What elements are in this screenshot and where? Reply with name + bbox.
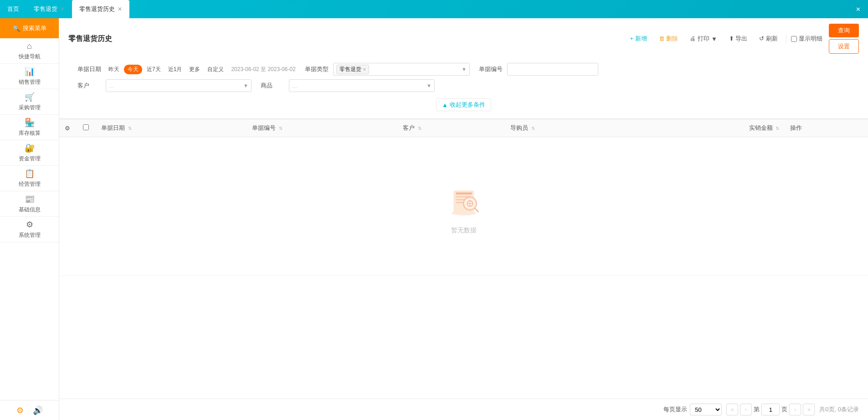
collapse-row: ▲ 收起更多条件 <box>77 96 850 114</box>
empty-state: 暂无数据 <box>65 142 863 271</box>
doc-type-select[interactable]: 零售退货 × ▼ <box>333 63 470 76</box>
data-table: ⚙ 单据日期 ⇅ 单据编号 ⇅ <box>59 119 868 276</box>
collapse-up-icon: ▲ <box>442 102 448 108</box>
sidebar-item-sales-mgmt[interactable]: 📊 销售管理 <box>0 64 59 89</box>
toolbar-divider <box>786 34 786 43</box>
layout: 🔍 搜索菜单 ⌂ 快捷导航 📊 销售管理 🛒 采购管理 🏪 库存核算 🔐 资金管… <box>0 18 868 420</box>
select-all-checkbox[interactable] <box>83 124 89 130</box>
settings-col-icon[interactable]: ⚙ <box>65 125 70 132</box>
doc-type-chevron-icon: ▼ <box>462 67 467 72</box>
col-doc-date-label: 单据日期 <box>101 124 125 131</box>
col-doc-date-sort-icon[interactable]: ⇅ <box>128 126 132 131</box>
sidebar-item-purchase-mgmt[interactable]: 🛒 采购管理 <box>0 89 59 115</box>
doc-no-input[interactable] <box>507 63 598 76</box>
col-doc-no-label: 单据编号 <box>252 124 276 131</box>
sidebar-item-system-mgmt[interactable]: ⚙ 系统管理 <box>0 217 59 242</box>
refresh-button[interactable]: ↺ 刷新 <box>755 33 781 45</box>
date-options: 昨天 今天 近7天 近1月 更多 自定义 <box>106 65 226 74</box>
first-page-button[interactable]: « <box>726 404 738 415</box>
date-btn-yesterday[interactable]: 昨天 <box>106 65 122 74</box>
show-detail-checkbox[interactable] <box>791 36 797 42</box>
col-doc-no-sort-icon[interactable]: ⇅ <box>279 126 282 131</box>
sidebar-item-label-basic-info: 基础信息 <box>19 206 41 214</box>
sidebar-item-finance-mgmt[interactable]: 🔐 资金管理 <box>0 140 59 166</box>
collapse-button[interactable]: ▲ 收起更多条件 <box>436 98 491 111</box>
filter-customer-label: 客户 <box>77 82 103 90</box>
sidebar-item-operations-mgmt[interactable]: 📋 经营管理 <box>0 166 59 191</box>
date-btn-1month[interactable]: 近1月 <box>165 65 185 74</box>
doc-type-remove[interactable]: × <box>363 67 366 72</box>
tab-retail-return-close[interactable]: ✕ <box>60 6 65 12</box>
show-detail-label: 显示明细 <box>799 35 822 43</box>
empty-state-row: 暂无数据 <box>59 137 868 276</box>
customer-chevron-icon: ▼ <box>243 83 248 88</box>
sidebar-item-label-quick-nav: 快捷导航 <box>19 53 41 61</box>
audio-bottom-icon[interactable]: 🔊 <box>33 405 43 415</box>
sidebar-item-basic-info[interactable]: 📰 基础信息 <box>0 191 59 217</box>
table-header-row: ⚙ 单据日期 ⇅ 单据编号 ⇅ <box>59 119 868 137</box>
empty-state-cell: 暂无数据 <box>59 137 868 276</box>
show-detail-checkbox-label[interactable]: 显示明细 <box>791 35 822 43</box>
sidebar-item-label-finance: 资金管理 <box>19 155 41 163</box>
sidebar-search[interactable]: 🔍 搜索菜单 <box>0 18 59 38</box>
settings-bottom-icon[interactable]: ⚙ <box>16 405 24 415</box>
goods-placeholder: ... <box>292 82 297 89</box>
sidebar-item-quick-nav[interactable]: ⌂ 快捷导航 <box>0 38 59 64</box>
query-label: 查询 <box>838 27 850 34</box>
print-label: 🖨 打印 <box>690 35 709 43</box>
col-doc-no: 单据编号 ⇅ <box>247 119 397 137</box>
basic-info-icon: 📰 <box>25 194 35 204</box>
col-customer-sort-icon[interactable]: ⇅ <box>418 126 421 131</box>
sidebar-item-label-inventory: 库存核算 <box>19 129 41 137</box>
tab-retail-return[interactable]: 零售退货 ✕ <box>26 0 72 18</box>
delete-label: 🗑 删除 <box>659 35 678 43</box>
per-page-select: 每页显示 50 10 20 100 <box>663 404 722 415</box>
filter-doc-no: 单据编号 <box>479 63 598 76</box>
goods-chevron-icon: ▼ <box>426 83 431 88</box>
collapse-label: 收起更多条件 <box>450 101 485 109</box>
query-button[interactable]: 查询 <box>829 24 859 37</box>
refresh-label: ↺ 刷新 <box>759 35 778 43</box>
date-btn-custom[interactable]: 自定义 <box>205 65 226 74</box>
setting-button[interactable]: 设置 <box>829 39 859 54</box>
sidebar-item-inventory[interactable]: 🏪 库存核算 <box>0 115 59 140</box>
prev-page-button[interactable]: ‹ <box>740 404 752 415</box>
per-page-dropdown[interactable]: 50 10 20 100 <box>690 404 722 415</box>
date-btn-today[interactable]: 今天 <box>124 65 142 74</box>
sidebar-item-label-sales: 销售管理 <box>19 78 41 86</box>
delete-button[interactable]: 🗑 删除 <box>655 33 682 45</box>
col-guide-sort-icon[interactable]: ⇅ <box>531 126 535 131</box>
tab-retail-return-history-close[interactable]: ✕ <box>118 6 122 12</box>
total-info: 共0页, 0条记录 <box>819 405 859 414</box>
col-amount-sort-icon[interactable]: ⇅ <box>776 126 779 131</box>
date-btn-more[interactable]: 更多 <box>186 65 203 74</box>
print-button[interactable]: 🖨 打印 ▼ <box>686 33 721 45</box>
per-page-label: 每页显示 <box>663 405 687 414</box>
sidebar: 🔍 搜索菜单 ⌂ 快捷导航 📊 销售管理 🛒 采购管理 🏪 库存核算 🔐 资金管… <box>0 18 59 420</box>
empty-illustration <box>443 178 484 219</box>
date-btn-7days[interactable]: 近7天 <box>144 65 164 74</box>
add-button[interactable]: + 新增 <box>626 33 650 45</box>
tab-home[interactable]: 首页 <box>0 0 26 18</box>
customer-select[interactable]: ... ▼ <box>106 79 252 92</box>
next-page-button[interactable]: › <box>789 404 801 415</box>
tab-retail-return-history[interactable]: 零售退货历史 ✕ <box>72 0 129 18</box>
date-range-display: 2023-06-02 至 2023-06-02 <box>231 66 295 73</box>
last-page-button[interactable]: » <box>803 404 815 415</box>
inventory-icon: 🏪 <box>25 118 35 128</box>
toolbar: + 新增 🗑 删除 🖨 打印 ▼ ⬆ 导出 ↺ 刷新 <box>626 24 859 54</box>
goods-select[interactable]: ... ▼ <box>289 79 435 92</box>
doc-type-value: 零售退货 <box>339 66 361 73</box>
top-bar-close[interactable]: ✕ <box>856 6 868 13</box>
table-container: ⚙ 单据日期 ⇅ 单据编号 ⇅ <box>59 119 868 399</box>
page-input[interactable] <box>761 404 780 415</box>
filter-customer: 客户 ... ▼ <box>77 79 252 92</box>
sidebar-item-label-system: 系统管理 <box>19 231 41 239</box>
sidebar-item-label-purchase: 采购管理 <box>19 104 41 112</box>
print-chevron-icon: ▼ <box>711 36 717 42</box>
col-customer-label: 客户 <box>403 124 415 131</box>
svg-rect-2 <box>456 193 472 195</box>
table-header: ⚙ 单据日期 ⇅ 单据编号 ⇅ <box>59 119 868 137</box>
export-button[interactable]: ⬆ 导出 <box>725 33 751 45</box>
col-amount: 实销金额 ⇅ <box>634 119 785 137</box>
